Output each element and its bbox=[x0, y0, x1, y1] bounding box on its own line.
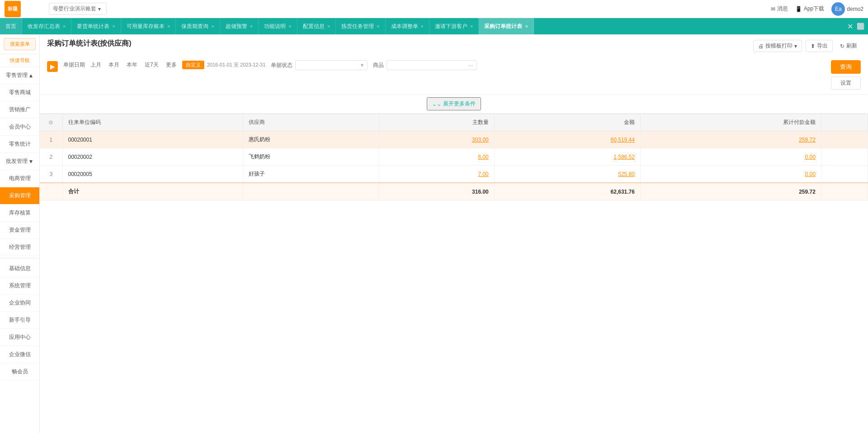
sidebar-item-enterprise[interactable]: 企业协同 bbox=[0, 295, 39, 312]
top-actions: 🖨 按模板打印 ▾ ⬆ 导出 ↻ 刷新 bbox=[753, 40, 861, 52]
sidebar-item-inventory[interactable]: 库存核算 bbox=[0, 205, 39, 222]
date-badge[interactable]: 自定义 bbox=[182, 61, 204, 69]
app-download-label: App下载 bbox=[804, 5, 824, 13]
print-label: 按模板打印 bbox=[765, 42, 793, 50]
tab-chaochuyujing-close[interactable]: × bbox=[250, 24, 253, 29]
sidebar-item-basic[interactable]: 基础信息 bbox=[0, 260, 39, 277]
sidebar-item-retail-stats[interactable]: 零售统计 bbox=[0, 136, 39, 153]
shortcut-more[interactable]: 更多 bbox=[163, 60, 179, 70]
export-btn[interactable]: ⬆ 导出 bbox=[806, 40, 833, 52]
search-menu-btn[interactable]: 搜索菜单 bbox=[4, 38, 36, 50]
tab-home[interactable]: 首页 bbox=[0, 18, 22, 34]
status-select-arrow-icon: ▾ bbox=[361, 62, 363, 68]
sidebar-item-system[interactable]: 系统管理 bbox=[0, 277, 39, 295]
sidebar-search-section: 搜索菜单 bbox=[0, 34, 39, 54]
goods-more-icon[interactable]: ··· bbox=[468, 62, 473, 68]
row-code[interactable]: 00020005 bbox=[62, 166, 243, 183]
close-tab-icon[interactable]: ✕ bbox=[847, 22, 853, 31]
filter-toggle-btn[interactable]: ▶ bbox=[47, 61, 58, 72]
col-qty: 主数量 bbox=[379, 114, 494, 131]
sidebar-item-ecommerce[interactable]: 电商管理 bbox=[0, 170, 39, 187]
paid-link[interactable]: 0.00 bbox=[805, 154, 816, 160]
quick-nav-btn[interactable]: 快捷导航 bbox=[0, 54, 39, 67]
workspace-selector[interactable]: 母婴行业演示账套 ▾ bbox=[49, 3, 107, 15]
shortcut-last-month[interactable]: 上月 bbox=[88, 60, 104, 70]
amount-link[interactable]: 1,586.52 bbox=[613, 154, 635, 160]
tab-yaohuo-close[interactable]: × bbox=[112, 24, 115, 29]
user-area[interactable]: Ea demo2 bbox=[831, 2, 863, 16]
qty-link[interactable]: 6.00 bbox=[478, 154, 488, 160]
tab-caigou[interactable]: 采购订单统计表 × bbox=[479, 18, 533, 34]
table-row: 3 00020005 好孩子 7.00 525.80 0.00 bbox=[40, 166, 868, 183]
expand-more-btn[interactable]: ⌄⌄ 展开更多条件 bbox=[427, 97, 481, 110]
tab-baozhi-close[interactable]: × bbox=[211, 24, 214, 29]
sidebar-item-newbie[interactable]: 新手引导 bbox=[0, 312, 39, 329]
row-supplier: 惠氏奶粉 bbox=[243, 131, 379, 148]
tab-peizhi-close[interactable]: × bbox=[327, 24, 330, 29]
print-btn[interactable]: 🖨 按模板打印 ▾ bbox=[753, 40, 802, 52]
tab-keyongliang-close[interactable]: × bbox=[167, 24, 170, 29]
goods-input[interactable]: ··· bbox=[387, 60, 477, 70]
tab-yaoqing-close[interactable]: × bbox=[470, 24, 473, 29]
sidebar-item-wholesale[interactable]: 批发管理 ▼ bbox=[0, 153, 39, 170]
shortcut-this-month[interactable]: 本月 bbox=[106, 60, 122, 70]
sidebar-item-marketing[interactable]: 营销推广 bbox=[0, 101, 39, 119]
sidebar-item-member[interactable]: 会员中心 bbox=[0, 119, 39, 136]
tab-keyongliang[interactable]: 可用量库存账本 × bbox=[121, 18, 176, 34]
sidebar-item-system-label: 系统管理 bbox=[9, 282, 31, 290]
print-arrow-icon: ▾ bbox=[794, 43, 797, 49]
tab-peizhi[interactable]: 配置信息 × bbox=[297, 18, 336, 34]
paid-link[interactable]: 0.00 bbox=[805, 171, 816, 177]
sidebar-item-operation[interactable]: 经营管理 bbox=[0, 239, 39, 256]
shortcut-7days[interactable]: 近7天 bbox=[142, 60, 161, 70]
row-code[interactable]: 00020002 bbox=[62, 148, 243, 166]
tab-chengben-close[interactable]: × bbox=[421, 24, 424, 29]
row-code[interactable]: 00020001 bbox=[62, 131, 243, 148]
shortcut-this-year[interactable]: 本年 bbox=[124, 60, 140, 70]
tab-jianhuo[interactable]: 拣货任务管理 × bbox=[336, 18, 385, 34]
amount-link[interactable]: 60,519.44 bbox=[611, 137, 635, 143]
paid-link[interactable]: 259.72 bbox=[799, 137, 816, 143]
logo-abbr: 标题 bbox=[8, 5, 18, 12]
col-code: 往来单位编码 bbox=[62, 114, 243, 131]
gear-icon[interactable]: ⚙ bbox=[48, 119, 53, 126]
sidebar-item-changyuehui[interactable]: 畅会员 bbox=[0, 363, 39, 381]
restore-icon[interactable]: ⬜ bbox=[857, 23, 864, 30]
tab-shoufacun-label: 收发存汇总表 bbox=[28, 23, 60, 30]
tab-caigou-close[interactable]: × bbox=[525, 24, 528, 29]
tab-chaochuyujing[interactable]: 超储预警 × bbox=[220, 18, 259, 34]
status-select[interactable]: ▾ bbox=[295, 60, 368, 70]
qty-link[interactable]: 303.00 bbox=[472, 137, 489, 143]
app-download-btn[interactable]: 📱 App下载 bbox=[795, 5, 824, 13]
sidebar-item-retail-manage[interactable]: 零售管理 ▲ bbox=[0, 67, 39, 84]
qty-link[interactable]: 7.00 bbox=[478, 171, 488, 177]
sidebar-item-appcenter[interactable]: 应用中心 bbox=[0, 329, 39, 346]
message-label: 消息 bbox=[777, 5, 788, 13]
tab-yaoqing[interactable]: 邀请下游客户 × bbox=[429, 18, 479, 34]
tab-chengben[interactable]: 成本调整单 × bbox=[386, 18, 429, 34]
row-supplier: 飞鹤奶粉 bbox=[243, 148, 379, 166]
sidebar-item-retail-mall[interactable]: 零售商城 bbox=[0, 84, 39, 101]
workspace-arrow-icon: ▾ bbox=[98, 6, 101, 12]
sidebar-item-wechat[interactable]: 企业微信 bbox=[0, 346, 39, 363]
tab-jianhuo-close[interactable]: × bbox=[377, 24, 379, 29]
tab-baozhi[interactable]: 保质期查询 × bbox=[176, 18, 220, 34]
message-btn[interactable]: ✉ 消息 bbox=[771, 5, 788, 13]
sidebar-item-operation-label: 经营管理 bbox=[9, 243, 31, 251]
tab-shoufacun[interactable]: 收发存汇总表 × bbox=[22, 18, 71, 34]
tab-yaohuo[interactable]: 要货单统计表 × bbox=[71, 18, 121, 34]
tab-gongneng-close[interactable]: × bbox=[288, 24, 291, 29]
tab-shoufacun-close[interactable]: × bbox=[63, 24, 66, 29]
query-btn[interactable]: 查询 bbox=[831, 60, 861, 74]
export-icon: ⬆ bbox=[811, 43, 815, 49]
sidebar-item-enterprise-label: 企业协同 bbox=[9, 299, 31, 307]
sidebar-item-retail-mall-label: 零售商城 bbox=[9, 89, 31, 96]
refresh-btn[interactable]: ↻ 刷新 bbox=[836, 40, 861, 52]
amount-link[interactable]: 525.80 bbox=[618, 171, 635, 177]
sidebar-item-purchase[interactable]: 采购管理 bbox=[0, 187, 39, 205]
sidebar-item-finance[interactable]: 资金管理 bbox=[0, 222, 39, 239]
tab-gongneng[interactable]: 功能说明 × bbox=[259, 18, 297, 34]
table-row: 1 00020001 惠氏奶粉 303.00 60,519.44 259.72 bbox=[40, 131, 868, 148]
row-no: 2 bbox=[40, 148, 62, 166]
settings-btn[interactable]: 设置 bbox=[831, 76, 861, 90]
